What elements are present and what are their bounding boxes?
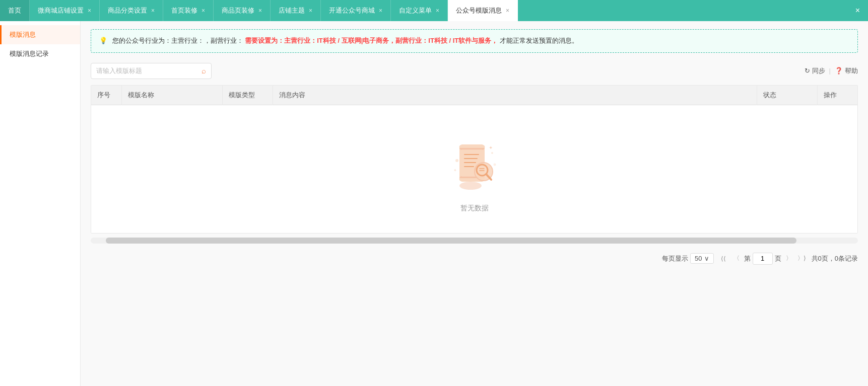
tab-shop-theme-close[interactable]: ×	[309, 8, 312, 14]
notice-banner: 💡 您的公众号行业为：主营行业：，副营行业： 需要设置为：主营行业：IT科技 /…	[91, 29, 858, 53]
col-name: 模版名称	[121, 86, 222, 105]
col-seq: 序号	[91, 86, 121, 105]
sidebar: 模版消息 模版消息记录	[0, 21, 81, 386]
tab-open-mall-close[interactable]: ×	[379, 8, 382, 14]
tab-home-label: 首页	[8, 6, 21, 15]
tab-category-settings-label: 商品分类设置	[108, 6, 147, 15]
tab-category-close[interactable]: ×	[151, 8, 155, 14]
tab-shop-settings-close[interactable]: ×	[88, 8, 91, 14]
prev-page-button[interactable]: 〈	[731, 253, 742, 264]
per-page-value: 50	[695, 255, 702, 262]
tab-shop-theme-label: 店铺主题	[279, 6, 305, 15]
sidebar-item-template-msg-record[interactable]: 模版消息记录	[0, 44, 80, 63]
per-page-dropdown-icon: ∨	[704, 255, 709, 262]
per-page-select: 每页显示 50 ∨	[662, 253, 713, 264]
content-area: 💡 您的公众号行业为：主营行业：，副营行业： 需要设置为：主营行业：IT科技 /…	[81, 21, 868, 386]
per-page-label: 每页显示	[662, 254, 688, 263]
first-page-button[interactable]: ⟨⟨	[718, 253, 729, 264]
notice-suffix: 才能正常发送预置的消息。	[500, 37, 578, 44]
tab-custom-menu[interactable]: 自定义菜单 ×	[391, 0, 448, 21]
pagination: 每页显示 50 ∨ ⟨⟨ 〈 第 页 〉 〉⟩ 共0页，0条记录	[91, 249, 858, 269]
tab-shop-settings[interactable]: 微商城店铺设置 ×	[30, 0, 100, 21]
empty-text: 暂无数据	[460, 204, 489, 213]
svg-point-10	[455, 159, 458, 162]
search-input[interactable]	[96, 67, 199, 74]
sidebar-item-template-msg[interactable]: 模版消息	[0, 25, 80, 44]
page-unit: 页	[775, 254, 781, 263]
tab-product-decor-close[interactable]: ×	[258, 8, 262, 14]
svg-point-11	[491, 152, 493, 154]
main-layout: 模版消息 模版消息记录 💡 您的公众号行业为：主营行业：，副营行业： 需要设置为…	[0, 21, 868, 386]
col-type: 模版类型	[222, 86, 273, 105]
tab-template-msg[interactable]: 公众号模版消息 ×	[448, 0, 518, 21]
page-navigation: ⟨⟨ 〈 第 页 〉 〉⟩	[718, 253, 808, 265]
empty-illustration: ✦ ✦	[444, 135, 505, 196]
scrollbar-thumb	[106, 238, 796, 244]
tab-home-decor[interactable]: 首页装修 ×	[163, 0, 214, 21]
search-input-wrap[interactable]: ⌕	[91, 63, 212, 79]
tab-home-decor-close[interactable]: ×	[202, 8, 205, 14]
svg-text:✦: ✦	[489, 145, 493, 150]
sidebar-item-template-msg-label: 模版消息	[10, 31, 36, 38]
tab-template-msg-label: 公众号模版消息	[456, 6, 502, 15]
page-label: 第	[744, 254, 751, 263]
sync-label: 同步	[812, 66, 825, 75]
svg-text:✦: ✦	[453, 168, 457, 173]
sidebar-item-template-msg-record-label: 模版消息记录	[10, 50, 49, 57]
search-icon[interactable]: ⌕	[202, 66, 206, 75]
page-input[interactable]	[753, 253, 773, 265]
tab-bar: 首页 微商城店铺设置 × 商品分类设置 × 首页装修 × 商品页装修 × 店铺主…	[0, 0, 868, 21]
tab-category-settings[interactable]: 商品分类设置 ×	[100, 0, 163, 21]
col-action: 操作	[817, 86, 857, 105]
tab-bar-close-all[interactable]: ×	[847, 0, 868, 21]
toolbar-divider: |	[829, 67, 831, 74]
notice-highlight: 需要设置为：主营行业：IT科技 / 互联网|电子商务，副营行业：IT科技 / I…	[245, 37, 498, 44]
next-page-button[interactable]: 〉	[783, 253, 794, 264]
help-button[interactable]: ❓ 帮助	[835, 66, 858, 75]
table-header-row: 序号 模版名称 模版类型 消息内容 状态	[91, 86, 857, 105]
tab-home[interactable]: 首页	[0, 0, 30, 21]
tab-custom-menu-label: 自定义菜单	[399, 6, 432, 15]
sync-icon: ↻	[805, 67, 810, 74]
sync-button[interactable]: ↻ 同步	[805, 66, 825, 75]
table-wrapper: 序号 模版名称 模版类型 消息内容 状态	[91, 85, 858, 234]
horizontal-scrollbar[interactable]	[91, 238, 858, 244]
total-text: 共0页，0条记录	[812, 254, 858, 263]
toolbar-right: ↻ 同步 | ❓ 帮助	[805, 66, 858, 75]
notice-prefix: 您的公众号行业为：主营行业：，副营行业：	[112, 37, 243, 44]
data-table: 序号 模版名称 模版类型 消息内容 状态	[91, 86, 857, 233]
search-row: ⌕ ↻ 同步 | ❓ 帮助	[91, 63, 858, 79]
tab-home-decor-label: 首页装修	[171, 6, 197, 15]
help-icon: ❓	[835, 67, 843, 74]
tab-open-mall[interactable]: 开通公众号商城 ×	[321, 0, 391, 21]
tab-product-decor[interactable]: 商品页装修 ×	[214, 0, 271, 21]
notice-icon: 💡	[99, 37, 107, 44]
help-label: 帮助	[845, 66, 858, 75]
per-page-dropdown[interactable]: 50 ∨	[690, 253, 713, 264]
tab-shop-theme[interactable]: 店铺主题 ×	[271, 0, 321, 21]
svg-point-0	[459, 182, 482, 190]
tab-product-decor-label: 商品页装修	[222, 6, 254, 15]
tab-custom-menu-close[interactable]: ×	[436, 8, 439, 14]
last-page-button[interactable]: 〉⟩	[796, 253, 808, 264]
empty-state: ✦ ✦ 暂无数据	[91, 105, 857, 233]
col-status: 状态	[757, 86, 817, 105]
svg-point-12	[493, 163, 496, 166]
tab-shop-settings-label: 微商城店铺设置	[38, 6, 84, 15]
tab-template-msg-close[interactable]: ×	[506, 8, 509, 14]
col-content: 消息内容	[273, 86, 757, 105]
tab-open-mall-label: 开通公众号商城	[329, 6, 375, 15]
